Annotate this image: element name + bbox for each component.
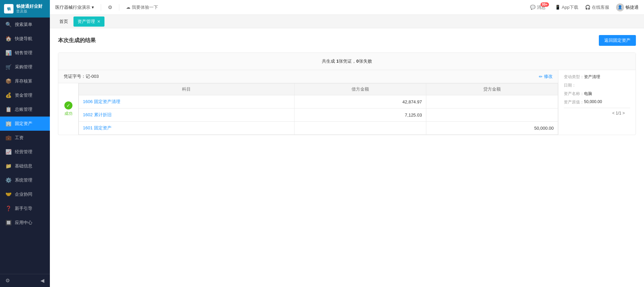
row2-debit: 7,125.03 — [294, 108, 426, 122]
sidebar-label-guide: 新手引导 — [15, 205, 32, 212]
voucher-container: 凭证字号：记-003 ✏ 修改 ✓ 成功 — [58, 70, 636, 135]
back-to-fixed-assets-button[interactable]: 返回固定资产 — [599, 35, 636, 46]
sidebar-label-search: 搜索菜单 — [15, 22, 32, 28]
edit-icon: ✏ — [539, 74, 543, 79]
status-side: ✓ 成功 — [58, 83, 79, 135]
service-icon: 🎧 — [585, 5, 590, 10]
asset-name-label: 资产名称： — [564, 91, 584, 97]
feedback-button[interactable]: ☁ 我要体验一下 — [126, 4, 158, 10]
sidebar-header: 畅 畅捷通好业财 普及版 — [0, 0, 50, 18]
col-subject: 科目 — [79, 84, 295, 95]
success-text: 成功 — [64, 111, 72, 117]
online-service-action[interactable]: 🎧 在线客服 — [585, 4, 609, 10]
sidebar-label-basic-info: 基础信息 — [15, 163, 32, 169]
sidebar-icon-salary: 💼 — [5, 135, 11, 141]
sidebar-label-sales: 销售管理 — [15, 50, 32, 56]
voucher-edit-button[interactable]: ✏ 修改 — [539, 73, 553, 79]
sidebar-item-search[interactable]: 🔍 搜索菜单 — [0, 18, 50, 32]
sidebar-icon-inventory: 📦 — [5, 78, 11, 84]
sidebar: 畅 畅捷通好业财 普及版 🔍 搜索菜单 🏠 快捷导航 📊 销售管理 🛒 采购管理… — [0, 0, 50, 287]
table-row: 1602 累计折旧 7,125.03 — [79, 108, 558, 122]
sidebar-item-guide[interactable]: ❓ 新手引导 — [0, 201, 50, 216]
sidebar-item-basic-info[interactable]: 📁 基础信息 — [0, 159, 50, 173]
sidebar-item-sales[interactable]: 📊 销售管理 — [0, 46, 50, 60]
sidebar-item-quick-nav[interactable]: 🏠 快捷导航 — [0, 32, 50, 46]
row1-debit: 42,874.97 — [294, 95, 426, 108]
voucher-table-container: 科目 借方金额 贷方金额 1606 固定资产清理 42,874.97 — [79, 83, 558, 135]
voucher-header: 凭证字号：记-003 ✏ 修改 — [58, 70, 558, 83]
sidebar-item-inventory[interactable]: 📦 库存核算 — [0, 74, 50, 88]
app-name: 畅捷通好业财 — [16, 4, 42, 9]
tab-asset-mgmt[interactable]: 资产管理 ✕ — [73, 17, 104, 27]
original-value-label: 资产原值： — [564, 99, 584, 105]
company-selector[interactable]: 医疗器械行业演示 ▾ — [55, 4, 94, 10]
online-service-label: 在线客服 — [592, 4, 609, 10]
page-content: 本次生成的结果 返回固定资产 共生成 1张凭证，0张失败 凭证字号：记-003 … — [50, 28, 644, 287]
message-action[interactable]: 💬 消息 99+ — [530, 4, 546, 10]
sidebar-item-system[interactable]: ⚙️ 系统管理 — [0, 173, 50, 187]
sidebar-icon-guide: ❓ — [5, 205, 11, 212]
row1-credit — [426, 95, 558, 108]
sidebar-item-app-center[interactable]: 🔲 应用中心 — [0, 216, 50, 230]
sidebar-icon-system: ⚙️ — [5, 177, 11, 183]
sidebar-item-fixed-assets[interactable]: 🏢 固定资产 — [0, 117, 50, 131]
main-area: 医疗器械行业演示 ▾ ⚙ ☁ 我要体验一下 💬 消息 99+ 📱 App下载 🎧… — [50, 0, 644, 287]
collapse-icon[interactable]: ◀ — [40, 278, 44, 284]
sidebar-label-fixed-assets: 固定资产 — [15, 121, 32, 127]
sidebar-item-salary[interactable]: 💼 工资 — [0, 131, 50, 145]
sidebar-icon-basic-info: 📁 — [5, 163, 11, 169]
sidebar-icon-fixed-assets: 🏢 — [5, 121, 11, 127]
voucher-table: 科目 借方金额 贷方金额 1606 固定资产清理 42,874.97 — [79, 83, 558, 135]
pagination[interactable]: < 1/1 > — [564, 108, 630, 118]
sidebar-icon-sales: 📊 — [5, 50, 11, 56]
feedback-icon: ☁ — [126, 5, 130, 10]
sidebar-item-enterprise[interactable]: 🤝 企业协同 — [0, 187, 50, 201]
company-name: 医疗器械行业演示 — [55, 4, 90, 10]
sidebar-item-finance[interactable]: 💰 资金管理 — [0, 88, 50, 102]
app-logo: 畅 — [4, 4, 13, 13]
sidebar-icon-finance: 💰 — [5, 92, 11, 98]
sidebar-icon-quick-nav: 🏠 — [5, 36, 11, 42]
app-edition: 普及版 — [16, 9, 42, 14]
fail-count: 0 — [356, 59, 359, 64]
sidebar-label-inventory: 库存核算 — [15, 78, 32, 84]
sidebar-item-ledger[interactable]: 📋 总账管理 — [0, 102, 50, 117]
tab-asset-mgmt-label: 资产管理 — [78, 19, 95, 25]
info-change-type: 变动类型： 资产清理 — [564, 74, 630, 80]
original-value-value: 50,000.00 — [584, 99, 602, 105]
sidebar-label-salary: 工资 — [15, 135, 24, 141]
settings-footer-icon[interactable]: ⚙ — [5, 278, 10, 284]
sidebar-icon-ops: 📈 — [5, 149, 11, 155]
col-debit: 借方金额 — [294, 84, 426, 95]
sidebar-icon-search: 🔍 — [5, 22, 11, 28]
tab-close-icon[interactable]: ✕ — [97, 19, 100, 24]
row3-subject: 1601 固定资产 — [79, 122, 295, 135]
row2-subject: 1602 累计折旧 — [79, 108, 295, 122]
app-download-action[interactable]: 📱 App下载 — [555, 4, 578, 10]
sidebar-icon-ledger: 📋 — [5, 106, 11, 113]
voucher-main: 凭证字号：记-003 ✏ 修改 ✓ 成功 — [58, 70, 558, 135]
download-icon: 📱 — [555, 5, 560, 10]
voucher-body: ✓ 成功 科目 借方金额 贷方金额 — [58, 83, 558, 135]
app-download-label: App下载 — [562, 4, 578, 10]
sidebar-icon-enterprise: 🤝 — [5, 191, 11, 197]
user-avatar: 👤 — [616, 3, 624, 11]
sidebar-item-purchase[interactable]: 🛒 采购管理 — [0, 60, 50, 74]
change-type-value: 资产清理 — [584, 74, 600, 80]
tab-home[interactable]: 首页 — [55, 17, 72, 27]
topbar-settings-icon[interactable]: ⚙ — [108, 4, 112, 10]
sidebar-label-quick-nav: 快捷导航 — [15, 36, 32, 42]
result-panel: 共生成 1张凭证，0张失败 凭证字号：记-003 ✏ 修改 — [58, 53, 636, 135]
sidebar-icon-app-center: 🔲 — [5, 220, 11, 226]
asset-name-value: 电脑 — [584, 91, 592, 97]
sidebar-item-ops[interactable]: 📈 经营管理 — [0, 145, 50, 159]
success-icon: ✓ — [64, 101, 72, 109]
change-type-label: 变动类型： — [564, 74, 584, 80]
user-profile[interactable]: 👤 畅捷通 — [616, 3, 639, 11]
sidebar-label-enterprise: 企业协同 — [15, 191, 32, 197]
message-icon: 💬 — [530, 5, 535, 10]
page-header: 本次生成的结果 返回固定资产 — [58, 35, 636, 46]
app-title-group: 畅捷通好业财 普及版 — [16, 4, 42, 14]
page-title: 本次生成的结果 — [58, 37, 96, 44]
topbar: 医疗器械行业演示 ▾ ⚙ ☁ 我要体验一下 💬 消息 99+ 📱 App下载 🎧… — [50, 0, 644, 15]
